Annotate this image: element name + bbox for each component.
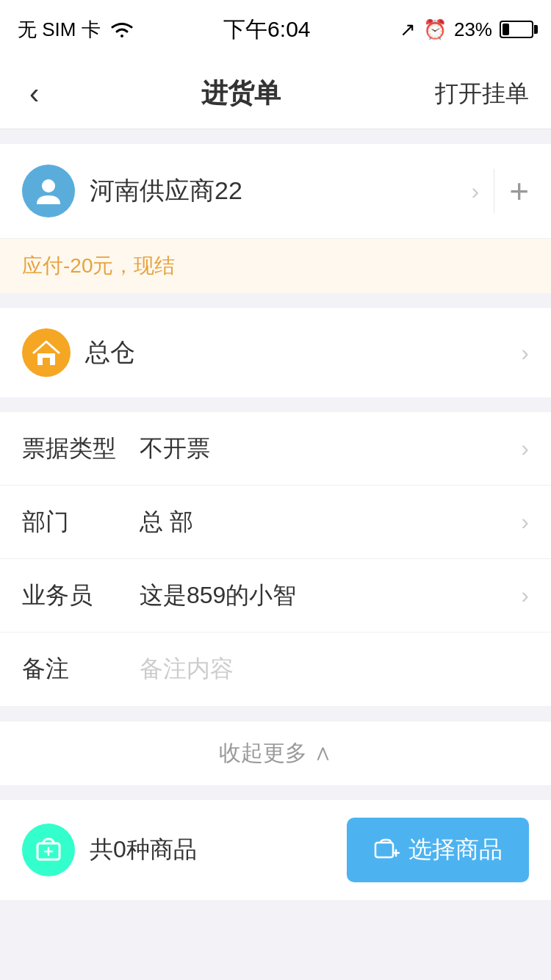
status-time: 下午6:04 (223, 15, 310, 45)
salesperson-value: 这是859的小智 (140, 580, 521, 612)
vertical-divider (494, 169, 494, 213)
supplier-row[interactable]: 河南供应商22 › + (0, 144, 551, 239)
invoice-type-row[interactable]: 票据类型 不开票 › (0, 412, 551, 486)
bottom-bar: 共0种商品 选择商品 (0, 800, 551, 900)
supplier-chevron-icon: › (471, 178, 479, 205)
warehouse-row[interactable]: 总仓 › (0, 308, 551, 397)
invoice-type-value: 不开票 (140, 433, 521, 465)
department-label: 部门 (22, 506, 140, 538)
warehouse-chevron-icon: › (521, 339, 529, 367)
alarm-icon: ⏰ (423, 18, 447, 41)
invoice-type-label: 票据类型 (22, 433, 140, 465)
salesperson-chevron-icon: › (521, 582, 529, 609)
select-goods-button[interactable]: 选择商品 (347, 818, 529, 882)
cart-icon (33, 835, 64, 865)
top-divider (0, 129, 551, 144)
add-supplier-button[interactable]: + (509, 171, 529, 211)
nav-bar: ‹ 进货单 打开挂单 (0, 59, 551, 129)
battery-icon (500, 21, 533, 38)
carrier-text: 无 SIM 卡 (18, 17, 101, 43)
department-value: 总 部 (140, 506, 521, 538)
status-left: 无 SIM 卡 (18, 17, 134, 43)
status-bar: 无 SIM 卡 下午6:04 ↗ ⏰ 23% (0, 0, 551, 59)
cart-icon-wrap (22, 824, 75, 876)
wifi-icon (109, 20, 134, 39)
battery-percent: 23% (454, 18, 492, 41)
remark-label: 备注 (22, 653, 140, 685)
person-icon (32, 175, 65, 207)
supplier-name: 河南供应商22 (90, 174, 471, 208)
collapse-bar[interactable]: 收起更多 ∧ (0, 721, 551, 785)
remark-input[interactable]: 备注内容 (140, 653, 529, 685)
select-goods-label: 选择商品 (408, 834, 503, 866)
invoice-type-chevron-icon: › (521, 435, 529, 462)
open-pending-button[interactable]: 打开挂单 (435, 78, 529, 110)
form-section: 票据类型 不开票 › 部门 总 部 › 业务员 这是859的小智 › 备注 备注… (0, 412, 551, 706)
warehouse-name: 总仓 (85, 336, 521, 370)
back-button[interactable]: ‹ (22, 70, 46, 118)
salesperson-row[interactable]: 业务员 这是859的小智 › (0, 559, 551, 633)
goods-count-text: 共0种商品 (90, 834, 347, 866)
warehouse-icon (22, 328, 71, 377)
collapse-label: 收起更多 ∧ (219, 738, 331, 768)
svg-rect-2 (43, 358, 50, 365)
supplier-section: 河南供应商22 › + 应付-20元，现结 (0, 144, 551, 293)
house-icon (32, 339, 61, 367)
department-row[interactable]: 部门 总 部 › (0, 486, 551, 559)
svg-rect-6 (375, 843, 393, 857)
location-icon: ↗ (400, 18, 416, 41)
select-goods-icon (373, 837, 400, 863)
warehouse-section: 总仓 › (0, 308, 551, 397)
notice-text: 应付-20元，现结 (22, 254, 175, 277)
remark-row[interactable]: 备注 备注内容 (0, 633, 551, 706)
page-title: 进货单 (201, 76, 281, 112)
svg-point-0 (42, 179, 55, 192)
supplier-avatar (22, 165, 75, 217)
status-right: ↗ ⏰ 23% (400, 18, 533, 41)
department-chevron-icon: › (521, 508, 529, 536)
notice-bar: 应付-20元，现结 (0, 239, 551, 293)
salesperson-label: 业务员 (22, 580, 140, 612)
